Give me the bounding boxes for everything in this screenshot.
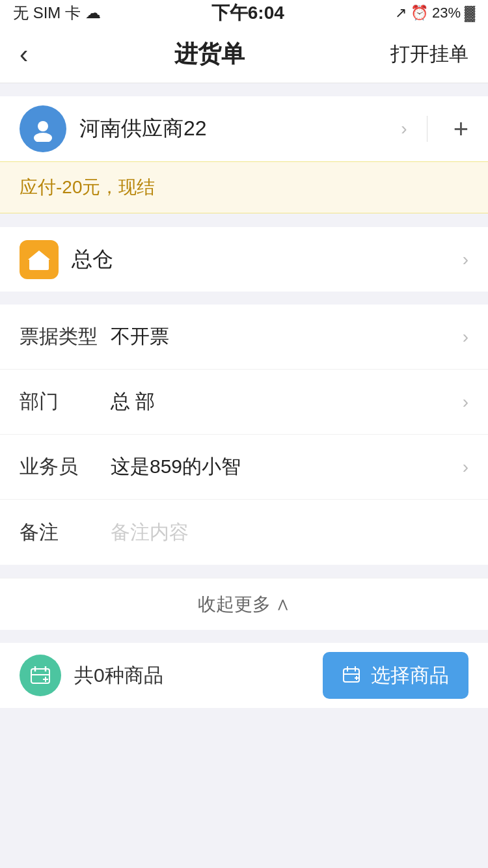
- ticket-type-label: 票据类型: [20, 323, 111, 350]
- warehouse-row[interactable]: 总仓 ›: [0, 226, 488, 292]
- remark-label: 备注: [20, 519, 111, 546]
- status-right: ↗ ⏰ 23% ▓: [395, 5, 475, 21]
- salesperson-value: 这是859的小智: [111, 454, 463, 480]
- ticket-type-value: 不开票: [111, 323, 463, 350]
- ticket-type-chevron-icon: ›: [463, 327, 468, 347]
- supplier-name: 河南供应商22: [79, 115, 401, 143]
- warehouse-icon: [20, 240, 59, 279]
- back-button[interactable]: ‹: [20, 40, 28, 69]
- battery-text: 23%: [432, 5, 461, 21]
- department-row[interactable]: 部门 总 部 ›: [0, 370, 488, 435]
- select-product-button[interactable]: 选择商品: [323, 652, 468, 699]
- svg-rect-4: [36, 262, 42, 270]
- product-icon: [20, 655, 61, 696]
- svg-point-0: [38, 121, 48, 131]
- status-bar: 无 SIM 卡 ☁ 下午6:04 ↗ ⏰ 23% ▓: [0, 0, 488, 26]
- battery-icon: ▓: [465, 5, 475, 21]
- info-banner: 应付-20元，现结: [0, 161, 488, 213]
- remark-row[interactable]: 备注 备注内容: [0, 500, 488, 565]
- product-count-text: 共0种商品: [74, 662, 323, 689]
- status-time: 下午6:04: [211, 1, 284, 25]
- supplier-card: 河南供应商22 › + 应付-20元，现结: [0, 96, 488, 213]
- ticket-type-row[interactable]: 票据类型 不开票 ›: [0, 305, 488, 370]
- remark-input[interactable]: 备注内容: [111, 519, 468, 546]
- salesperson-row[interactable]: 业务员 这是859的小智 ›: [0, 435, 488, 500]
- svg-marker-3: [28, 251, 50, 260]
- nav-bar: ‹ 进货单 打开挂单: [0, 26, 488, 83]
- supplier-divider: [427, 116, 427, 142]
- location-icon: ↗: [395, 5, 407, 21]
- department-value: 总 部: [111, 388, 463, 415]
- supplier-chevron-icon: ›: [401, 118, 407, 139]
- gap-1: [0, 83, 488, 96]
- select-product-label: 选择商品: [371, 662, 449, 689]
- bottom-bar: 共0种商品 选择商品: [0, 643, 488, 708]
- page-title: 进货单: [174, 38, 245, 70]
- department-label: 部门: [20, 388, 111, 415]
- supplier-row[interactable]: 河南供应商22 › +: [0, 96, 488, 161]
- warehouse-chevron-icon: ›: [463, 249, 468, 270]
- svg-point-1: [34, 133, 52, 142]
- salesperson-chevron-icon: ›: [463, 457, 468, 478]
- salesperson-label: 业务员: [20, 454, 111, 480]
- warehouse-name: 总仓: [72, 245, 463, 274]
- form-section: 票据类型 不开票 › 部门 总 部 › 业务员 这是859的小智 › 备注 备注…: [0, 305, 488, 565]
- alarm-icon: ⏰: [411, 5, 428, 21]
- open-pending-button[interactable]: 打开挂单: [390, 41, 468, 68]
- department-chevron-icon: ›: [463, 392, 468, 413]
- add-supplier-button[interactable]: +: [454, 115, 468, 144]
- info-banner-text: 应付-20元，现结: [20, 177, 155, 197]
- supplier-avatar: [20, 105, 66, 152]
- status-left: 无 SIM 卡 ☁: [13, 3, 101, 23]
- collapse-text: 收起更多 ∧: [198, 592, 291, 617]
- signal-text: 无 SIM 卡 ☁: [13, 3, 101, 23]
- gap-2: [0, 213, 488, 226]
- collapse-row[interactable]: 收起更多 ∧: [0, 578, 488, 630]
- svg-rect-5: [31, 669, 49, 683]
